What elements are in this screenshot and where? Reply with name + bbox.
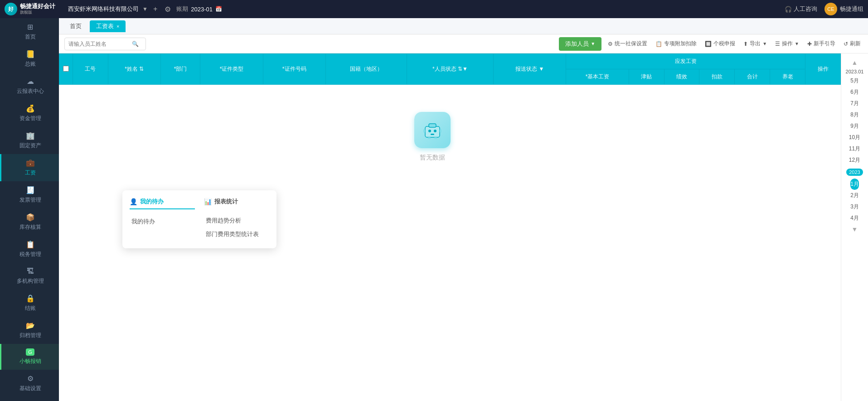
svg-rect-4: [431, 134, 434, 135]
xiaochang-icon: G: [26, 348, 34, 356]
popup-report-header[interactable]: 📊 报表统计: [204, 198, 269, 208]
popup-section: 👤 我的待办 我的待办 📊 报表统计 费用趋势分析 部门费用类型统计表: [130, 198, 269, 241]
sidebar-label-invoice: 发票管理: [19, 196, 41, 204]
empty-text: 暂无数据: [420, 154, 445, 162]
timeline-month-6[interactable]: 6月: [841, 87, 868, 98]
refresh-icon: ↺: [844, 41, 848, 47]
tab-home[interactable]: 首页: [63, 20, 88, 32]
svg-rect-6: [440, 129, 441, 133]
sidebar-label-archive: 归档管理: [19, 332, 41, 339]
calendar-icon[interactable]: 📅: [215, 6, 222, 12]
timeline-month-9[interactable]: 9月: [841, 121, 868, 132]
timeline-month-7[interactable]: 7月: [841, 98, 868, 109]
sidebar-label-salary: 工资: [25, 169, 36, 177]
sidebar-label-xiaochang: 小畅报销: [19, 358, 41, 365]
home-icon: ⊞: [27, 23, 33, 31]
timeline-nav-up[interactable]: ▲: [850, 57, 860, 68]
social-security-button[interactable]: ⚙ 统一社保设置: [606, 40, 649, 48]
svg-rect-1: [429, 124, 436, 127]
ledger-icon: 📒: [26, 50, 35, 58]
operation-button[interactable]: ☰ 操作 ▼: [773, 40, 801, 48]
company-area: 西安虾米网络科技有限公司 ▼ + ⚙ 账期 2023-01 📅: [63, 5, 785, 14]
sidebar-item-fixed-assets[interactable]: 🏢 固定资产: [0, 127, 59, 154]
popup-trend-item[interactable]: 费用趋势分析: [204, 214, 269, 227]
col-base-salary: *基本工资: [566, 69, 629, 85]
sidebar-item-multi-org[interactable]: 🏗 多机构管理: [0, 263, 59, 290]
sidebar-item-basic[interactable]: ⚙ 基础设置: [0, 370, 59, 397]
add-company-button[interactable]: +: [151, 5, 159, 13]
company-dropdown-icon[interactable]: ▼: [142, 6, 148, 12]
timeline-month-5[interactable]: 5月: [841, 75, 868, 87]
add-person-dropdown-icon: ▼: [591, 41, 595, 46]
operation-dropdown-icon: ▼: [795, 41, 799, 46]
logo-area: 好 畅捷通好会计 旗舰版: [5, 3, 63, 16]
sidebar-item-archive[interactable]: 📂 归档管理: [0, 317, 59, 344]
select-all-header[interactable]: [59, 54, 73, 85]
avatar: CE: [824, 3, 837, 15]
guide-button[interactable]: ✚ 新手引导: [805, 40, 837, 48]
sidebar-item-tax[interactable]: 📋 税务管理: [0, 236, 59, 263]
tax-report-button[interactable]: 🔲 个税申报: [703, 40, 737, 48]
export-icon: ⬆: [743, 41, 748, 47]
timeline-year-label: 2023.01: [846, 68, 864, 75]
sidebar-item-general-ledger[interactable]: 📒 总账: [0, 45, 59, 72]
timeline-month-12[interactable]: 12月: [841, 155, 868, 166]
toolbar: 🔍 添加人员 ▼ ⚙ 统一社保设置 📋 专项附加扣除 🔲 个税申报 ⬆ 导: [59, 34, 868, 53]
col-nationality: 国籍（地区）: [325, 54, 407, 85]
tab-salary[interactable]: 工资表 ×: [90, 20, 126, 32]
timeline-month-8[interactable]: 8月: [841, 109, 868, 121]
search-icon: 🔍: [132, 41, 139, 47]
timeline-month-11[interactable]: 11月: [841, 143, 868, 155]
sidebar-item-cloud-report[interactable]: ☁ 云报表中心: [0, 72, 59, 100]
timeline-month-1[interactable]: 1月: [850, 179, 859, 190]
settings-button[interactable]: ⚙: [163, 5, 173, 14]
search-input[interactable]: [68, 41, 132, 47]
invoice-icon: 🧾: [26, 186, 35, 194]
timeline-month-2[interactable]: 2月: [841, 190, 868, 201]
export-dropdown-icon: ▼: [762, 41, 767, 46]
sidebar: ⊞ 首页 📒 总账 ☁ 云报表中心 💰 资金管理 🏢 固定资产 💼 工资 🧾 发…: [0, 18, 59, 401]
special-deduction-button[interactable]: 📋 专项附加扣除: [654, 40, 698, 48]
user-area[interactable]: CE 畅捷通组: [824, 3, 863, 15]
sidebar-label-tax: 税务管理: [19, 251, 41, 258]
refresh-button[interactable]: ↺ 刷新: [842, 40, 863, 48]
sidebar-item-home[interactable]: ⊞ 首页: [0, 18, 59, 45]
special-deduction-icon: 📋: [655, 41, 662, 47]
timeline-month-4[interactable]: 4月: [841, 213, 868, 224]
tab-close-button[interactable]: ×: [116, 24, 119, 29]
popup-dept-item[interactable]: 部门费用类型统计表: [204, 227, 269, 241]
sidebar-label-inventory: 库存核算: [19, 223, 41, 231]
sidebar-item-fund[interactable]: 💰 资金管理: [0, 100, 59, 127]
sidebar-label-cloud-report: 云报表中心: [17, 87, 44, 95]
select-all-checkbox[interactable]: [63, 66, 69, 72]
timeline-month-3[interactable]: 3月: [841, 201, 868, 213]
timeline-nav-down[interactable]: ▼: [850, 224, 860, 235]
sidebar-label-fixed-assets: 固定资产: [19, 142, 41, 150]
sidebar-item-guide[interactable]: ▶ 新手引导: [0, 397, 59, 401]
sidebar-label-closing: 结账: [25, 304, 36, 312]
col-number: 工号: [73, 54, 108, 85]
popup-my-todo-item[interactable]: 我的待办: [130, 215, 195, 228]
service-button[interactable]: 🎧 人工咨询: [785, 5, 817, 13]
svg-rect-8: [434, 137, 437, 139]
sidebar-item-closing[interactable]: 🔒 结账: [0, 290, 59, 317]
settings-icon: ⚙: [27, 374, 34, 383]
sidebar-item-salary[interactable]: 💼 工资: [0, 154, 59, 181]
timeline-month-10[interactable]: 10月: [841, 132, 868, 143]
logo-icon: 好: [5, 3, 17, 15]
svg-point-2: [428, 130, 431, 132]
sidebar-item-invoice[interactable]: 🧾 发票管理: [0, 181, 59, 208]
header-right: 🎧 人工咨询 CE 畅捷通组: [785, 3, 863, 15]
popup-todo-header[interactable]: 👤 我的待办: [130, 198, 195, 209]
empty-row: 暂无数据: [59, 85, 841, 189]
sidebar-label-basic: 基础设置: [19, 385, 41, 392]
add-person-button[interactable]: 添加人员 ▼: [559, 37, 601, 51]
todo-icon: 👤: [130, 198, 137, 205]
salary-table: 工号 *姓名 ⇅ *部门 *证件类型 *证件号码 国籍（地区） *人员状态 ⇅▼…: [59, 53, 841, 189]
sidebar-item-xiaochang[interactable]: G 小畅报销: [0, 344, 59, 370]
building-icon: 🏢: [26, 131, 35, 140]
export-button[interactable]: ⬆ 导出 ▼: [742, 40, 769, 48]
sidebar-item-inventory[interactable]: 📦 库存核算: [0, 208, 59, 236]
search-wrap: 🔍: [64, 38, 146, 50]
fund-icon: 💰: [26, 104, 35, 113]
